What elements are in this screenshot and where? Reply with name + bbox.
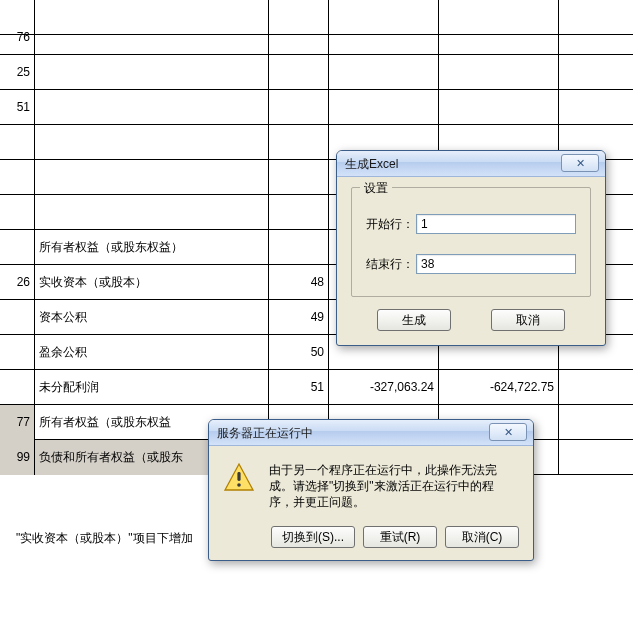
cell[interactable]: 未分配利润 (34, 370, 268, 405)
cell[interactable] (438, 55, 558, 90)
cell[interactable] (328, 55, 438, 90)
cell[interactable]: 49 (268, 300, 328, 335)
cell[interactable]: 实收资本（或股本） (34, 265, 268, 300)
cell[interactable] (268, 20, 328, 55)
cell[interactable] (438, 20, 558, 55)
cell[interactable]: 51 (268, 370, 328, 405)
cell[interactable] (34, 195, 268, 230)
cell[interactable] (0, 195, 34, 230)
cell[interactable] (268, 160, 328, 195)
cancel-button[interactable]: 取消 (491, 309, 565, 331)
generate-excel-dialog: 生成Excel ✕ 设置 开始行： 结束行： 生成 取消 (336, 150, 606, 346)
cell[interactable] (34, 125, 268, 160)
cell[interactable]: 50 (268, 335, 328, 370)
cell[interactable]: 48 (268, 265, 328, 300)
footnote-text: "实收资本（或股本）"项目下增加 (16, 530, 193, 547)
cell[interactable]: 51 (0, 90, 34, 125)
dialog1-titlebar[interactable]: 生成Excel ✕ (337, 151, 605, 177)
end-row-label: 结束行： (366, 256, 416, 273)
table-row: 25 (0, 55, 633, 90)
cancel-button-2[interactable]: 取消(C) (445, 526, 519, 548)
dialog1-title: 生成Excel (345, 157, 398, 171)
cell[interactable] (0, 370, 34, 405)
cell[interactable] (34, 90, 268, 125)
cell[interactable] (268, 55, 328, 90)
cell[interactable] (328, 90, 438, 125)
dialog2-title: 服务器正在运行中 (217, 426, 313, 440)
generate-button[interactable]: 生成 (377, 309, 451, 331)
retry-button[interactable]: 重试(R) (363, 526, 437, 548)
cell[interactable]: 99 (0, 440, 34, 475)
table-row: 未分配利润51-327,063.24-624,722.75 (0, 370, 633, 405)
start-row-label: 开始行： (366, 216, 416, 233)
cell[interactable] (268, 230, 328, 265)
cell[interactable] (0, 300, 34, 335)
cell[interactable]: -624,722.75 (438, 370, 558, 405)
cell[interactable] (34, 20, 268, 55)
cell[interactable]: -327,063.24 (328, 370, 438, 405)
server-busy-dialog: 服务器正在运行中 ✕ 由于另一个程序正在运行中，此操作无法完成。请选择"切换到"… (208, 419, 534, 561)
end-row-input[interactable] (416, 254, 576, 274)
cell[interactable]: 盈余公积 (34, 335, 268, 370)
switch-to-button[interactable]: 切换到(S)... (271, 526, 355, 548)
cell[interactable] (34, 160, 268, 195)
table-row: 51 (0, 90, 633, 125)
svg-rect-1 (237, 472, 240, 481)
warning-icon (223, 462, 255, 494)
cell[interactable] (0, 230, 34, 265)
cell[interactable] (268, 90, 328, 125)
cell[interactable]: 资本公积 (34, 300, 268, 335)
cell[interactable]: 26 (0, 265, 34, 300)
cell[interactable] (0, 160, 34, 195)
dialog1-close-button[interactable]: ✕ (561, 154, 599, 172)
cell[interactable] (0, 335, 34, 370)
table-row: 76 (0, 20, 633, 55)
start-row-input[interactable] (416, 214, 576, 234)
cell[interactable]: 所有者权益（或股东权益） (34, 230, 268, 265)
settings-group-label: 设置 (360, 180, 392, 197)
cell[interactable] (328, 20, 438, 55)
close-icon: ✕ (504, 426, 513, 438)
dialog2-titlebar[interactable]: 服务器正在运行中 ✕ (209, 420, 533, 446)
dialog2-close-button[interactable]: ✕ (489, 423, 527, 441)
cell[interactable]: 76 (0, 20, 34, 55)
cell[interactable] (268, 125, 328, 160)
settings-groupbox: 设置 开始行： 结束行： (351, 187, 591, 297)
cell[interactable] (268, 195, 328, 230)
svg-point-2 (237, 483, 241, 487)
dialog2-message: 由于另一个程序正在运行中，此操作无法完成。请选择"切换到"来激活正在运行中的程序… (269, 462, 509, 510)
close-icon: ✕ (576, 157, 585, 169)
cell[interactable]: 25 (0, 55, 34, 90)
cell[interactable] (438, 90, 558, 125)
cell[interactable] (0, 125, 34, 160)
cell[interactable] (34, 55, 268, 90)
cell[interactable]: 77 (0, 405, 34, 440)
